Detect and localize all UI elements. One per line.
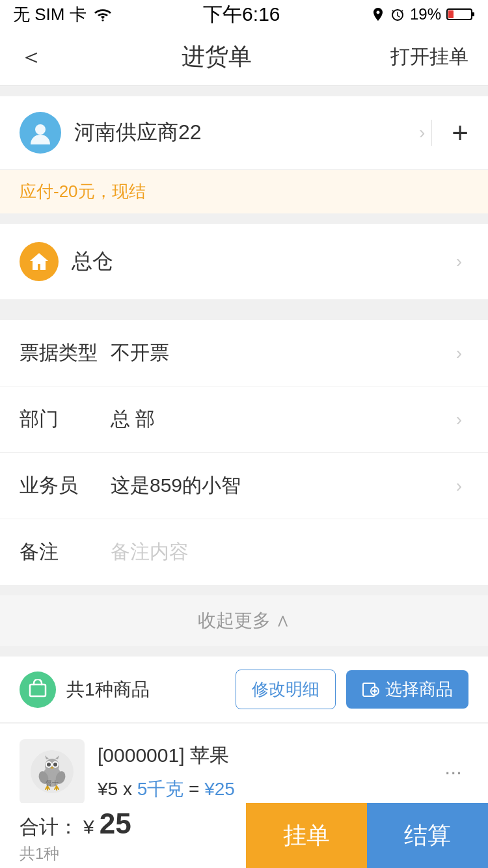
- nav-bar: ＜ 进货单 打开挂单: [0, 29, 488, 86]
- supplier-section: 河南供应商22 › + 应付-20元，现结: [0, 96, 488, 213]
- svg-rect-5: [30, 685, 46, 696]
- home-icon: [28, 251, 50, 273]
- price-eq: =: [189, 779, 204, 799]
- page-title: 进货单: [182, 41, 252, 73]
- warehouse-row[interactable]: 总仓 ›: [0, 224, 488, 299]
- price-total: ¥25: [204, 779, 235, 799]
- product-code: [0000001]: [98, 744, 190, 766]
- svg-point-4: [35, 124, 46, 135]
- svg-rect-2: [472, 12, 474, 16]
- open-pending-button[interactable]: 打开挂单: [390, 44, 468, 70]
- supplier-avatar: [20, 112, 61, 154]
- svg-rect-3: [448, 10, 454, 18]
- status-left: 无 SIM 卡: [13, 3, 113, 26]
- product-name: [0000001] 苹果: [98, 742, 438, 769]
- notice-bar: 应付-20元，现结: [0, 170, 488, 213]
- sales-row[interactable]: 业务员 这是859的小智 ›: [0, 453, 488, 519]
- chevron-right-icon: ›: [419, 122, 425, 143]
- status-time: 下午6:16: [203, 1, 280, 28]
- remark-row[interactable]: 备注 备注内容: [0, 519, 488, 585]
- dept-label: 部门: [20, 406, 98, 433]
- user-icon: [27, 120, 53, 146]
- cart-icon: [27, 679, 48, 700]
- remark-label: 备注: [20, 539, 98, 565]
- warehouse-icon: [20, 242, 59, 281]
- product-image: 督十: [29, 749, 75, 794]
- back-button[interactable]: ＜: [20, 41, 43, 73]
- footer-total: 合计： ¥ 25 共1种: [0, 803, 246, 868]
- more-options-button[interactable]: ···: [438, 753, 468, 791]
- form-section: 票据类型 不开票 › 部门 总 部 › 业务员 这是859的小智 › 备注 备注…: [0, 320, 488, 585]
- notice-text: 应付-20元，现结: [20, 182, 146, 201]
- product-thumb: 督十: [20, 739, 85, 804]
- total-main: 合计： ¥ 25: [20, 807, 226, 841]
- warehouse-chevron-icon: ›: [456, 251, 462, 272]
- total-sub: 共1种: [20, 843, 226, 864]
- spacer-2: [0, 310, 488, 320]
- sales-value: 这是859的小智: [111, 472, 456, 499]
- alarm-icon: [390, 7, 405, 21]
- total-label: 合计：: [20, 814, 78, 841]
- product-count-icon: [20, 671, 56, 708]
- pending-button[interactable]: 挂单: [246, 803, 367, 868]
- spacer-1: [0, 86, 488, 96]
- battery-text: 19%: [410, 5, 441, 23]
- modify-detail-button[interactable]: 修改明细: [236, 670, 336, 709]
- sales-chevron-icon: ›: [456, 476, 462, 496]
- add-supplier-button[interactable]: +: [452, 118, 468, 147]
- remark-input[interactable]: 备注内容: [111, 539, 468, 565]
- price-unit: ¥5 x: [98, 779, 137, 799]
- total-symbol: ¥: [83, 816, 94, 838]
- product-price: ¥5 x 5千克 = ¥25: [98, 777, 438, 802]
- invoice-value: 不开票: [111, 340, 456, 366]
- divider: [431, 120, 432, 146]
- product-display-name: 苹果: [190, 744, 229, 766]
- products-header: 共1种商品 修改明细 选择商品: [0, 657, 488, 723]
- price-qty: 5千克: [137, 779, 184, 799]
- no-sim-text: 无 SIM 卡: [13, 3, 87, 26]
- status-right: 19%: [371, 5, 475, 23]
- sales-label: 业务员: [20, 472, 98, 499]
- svg-text:督十: 督十: [46, 780, 59, 787]
- select-btn-label: 选择商品: [385, 678, 453, 701]
- dept-row[interactable]: 部门 总 部 ›: [0, 387, 488, 453]
- invoice-chevron-icon: ›: [456, 343, 462, 364]
- select-product-icon: [362, 681, 380, 699]
- svg-point-12: [47, 763, 51, 766]
- product-info: [0000001] 苹果 ¥5 x 5千克 = ¥25: [98, 742, 438, 802]
- invoice-label: 票据类型: [20, 340, 98, 366]
- supplier-row[interactable]: 河南供应商22 › +: [0, 96, 488, 170]
- warehouse-name: 总仓: [72, 247, 456, 276]
- supplier-name: 河南供应商22: [74, 118, 419, 147]
- select-product-button[interactable]: 选择商品: [346, 670, 468, 709]
- footer: 合计： ¥ 25 共1种 挂单 结算: [0, 803, 488, 868]
- dept-chevron-icon: ›: [456, 409, 462, 430]
- checkout-button[interactable]: 结算: [367, 803, 488, 868]
- invoice-row[interactable]: 票据类型 不开票 ›: [0, 320, 488, 387]
- wifi-icon: [93, 7, 113, 21]
- total-amount: 25: [100, 807, 131, 840]
- status-bar: 无 SIM 卡 下午6:16 19%: [0, 0, 488, 29]
- svg-point-13: [53, 763, 57, 766]
- battery-icon: [446, 7, 475, 21]
- dept-value: 总 部: [111, 406, 456, 433]
- collapse-label: 收起更多 ∧: [198, 608, 291, 633]
- collapse-row[interactable]: 收起更多 ∧: [0, 595, 488, 646]
- product-count-text: 共1种商品: [66, 677, 236, 702]
- location-icon: [371, 7, 385, 21]
